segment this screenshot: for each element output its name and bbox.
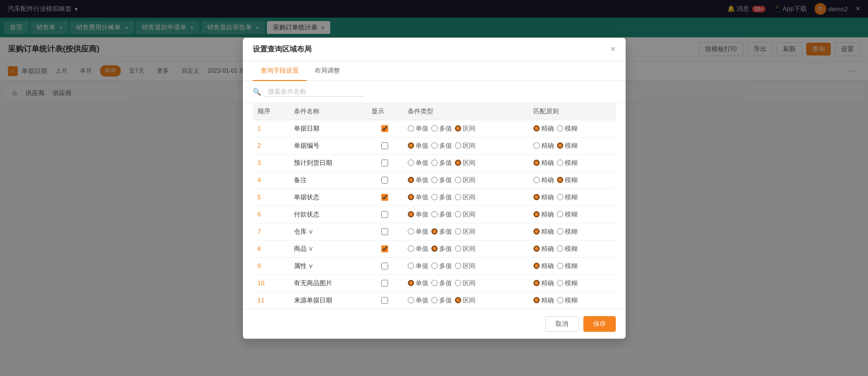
dialog-header: 设置查询区域布局 × <box>243 38 626 61</box>
settings-dialog: 设置查询区域布局 × 查询字段设置 布局调整 🔍 <box>243 38 626 107</box>
col-match: 匹配原则 <box>528 103 616 107</box>
tab-layout-adjust[interactable]: 布局调整 <box>307 61 348 81</box>
col-display: 显示 <box>367 103 403 107</box>
dialog-overlay: 设置查询区域布局 × 查询字段设置 布局调整 🔍 <box>0 0 868 106</box>
tab-layout-adjust-label: 布局调整 <box>315 67 340 74</box>
dialog-search-area: 🔍 <box>243 81 626 103</box>
col-name: 条件名称 <box>289 103 367 107</box>
search-input[interactable] <box>265 87 363 97</box>
search-icon: 🔍 <box>253 88 261 96</box>
tab-query-fields-label: 查询字段设置 <box>261 67 299 74</box>
tab-query-fields[interactable]: 查询字段设置 <box>253 61 307 81</box>
dialog-table: 顺序 条件名称 显示 条件类型 匹配原则 1单据日期单值多值区间精确模糊2单据编… <box>253 103 616 107</box>
table-header: 顺序 条件名称 显示 条件类型 匹配原则 <box>253 103 616 107</box>
dialog-table-wrap: 顺序 条件名称 显示 条件类型 匹配原则 1单据日期单值多值区间精确模糊2单据编… <box>243 103 626 107</box>
col-type: 条件类型 <box>403 103 528 107</box>
dialog-title: 设置查询区域布局 <box>253 45 312 54</box>
dialog-tabs: 查询字段设置 布局调整 <box>243 61 626 81</box>
col-order: 顺序 <box>253 103 289 107</box>
dialog-body: 查询字段设置 布局调整 🔍 顺序 条件名称 显示 <box>243 61 626 107</box>
dialog-close-btn[interactable]: × <box>610 45 616 54</box>
